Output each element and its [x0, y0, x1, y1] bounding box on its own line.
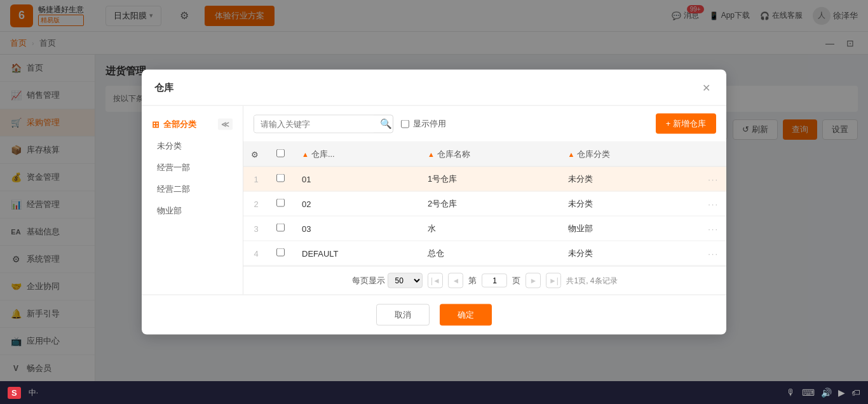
- page-input[interactable]: [482, 274, 507, 288]
- settings-col-icon: ⚙: [251, 149, 259, 159]
- mic-icon[interactable]: 🎙: [787, 387, 796, 398]
- tag-icon[interactable]: 🏷: [851, 387, 860, 398]
- keyboard-icon[interactable]: ⌨: [802, 387, 815, 398]
- modal-action-footer: 取消 确定: [142, 295, 726, 335]
- row-name-1: 1号仓库: [420, 166, 560, 191]
- sort-code-icon: ▲: [302, 151, 309, 158]
- table-row[interactable]: 1 01 1号仓库 未分类 ···: [243, 166, 726, 191]
- modal-sidebar-header[interactable]: ⊞ 全部分类 ≪: [142, 114, 243, 135]
- modal-pagination: 每页显示 50 20 100 |◄ ◄ 第 页 ► ►| 共1页, 4条记录: [243, 266, 726, 295]
- th-checkbox: [269, 142, 294, 167]
- modal-body: ⊞ 全部分类 ≪ 未分类 经营一部 经营二部 物业部 🔍 显示停用 + 新增仓库: [142, 106, 726, 295]
- row-settings-4: 4: [243, 241, 269, 266]
- cancel-btn[interactable]: 取消: [376, 304, 430, 326]
- status-logo: S: [8, 387, 21, 399]
- modal-cat-dept1[interactable]: 经营一部: [142, 157, 243, 178]
- show-disabled-label[interactable]: 显示停用: [401, 118, 446, 130]
- page-word: 第: [468, 275, 477, 286]
- row-category-3: 物业部: [560, 216, 701, 241]
- next-page-btn[interactable]: ►: [526, 273, 541, 288]
- page-size-select: 每页显示 50 20 100: [352, 273, 423, 288]
- th-name: ▲ 仓库名称: [420, 142, 560, 167]
- table-row[interactable]: 3 03 水 物业部 ···: [243, 216, 726, 241]
- th-category: ▲ 仓库分类: [560, 142, 701, 167]
- row-code-2: 02: [294, 191, 420, 216]
- th-category-label: 仓库分类: [577, 149, 610, 160]
- row-category-4: 未分类: [560, 241, 701, 266]
- grid-icon: ⊞: [152, 119, 159, 130]
- last-page-btn[interactable]: ►|: [546, 273, 561, 288]
- row-category-1: 未分类: [560, 166, 701, 191]
- add-warehouse-btn[interactable]: + 新增仓库: [656, 114, 716, 134]
- row-check-3[interactable]: [269, 216, 294, 241]
- row-check-4[interactable]: [269, 241, 294, 266]
- row-check-2[interactable]: [269, 191, 294, 216]
- sound-icon[interactable]: 🔊: [821, 387, 832, 398]
- search-input-wrap: 🔍: [254, 114, 393, 133]
- row-settings-2: 2: [243, 191, 269, 216]
- row-settings-1: 1: [243, 166, 269, 191]
- modal-header: 仓库 ✕: [142, 70, 726, 106]
- page-unit: 页: [512, 275, 520, 286]
- row-code-1: 01: [294, 166, 420, 191]
- th-name-label: 仓库名称: [437, 149, 470, 160]
- modal-table-wrap: ⚙ ▲ 仓库...: [243, 142, 726, 266]
- th-code: ▲ 仓库...: [294, 142, 420, 167]
- pagination-bar: 每页显示 50 20 100 |◄ ◄ 第 页 ► ►| 共1页, 4条记录: [254, 273, 716, 288]
- row-name-2: 2号仓库: [420, 191, 560, 216]
- per-page-dropdown[interactable]: 50 20 100: [388, 273, 423, 288]
- status-icons: 🎙 ⌨ 🔊 ▶ 🏷: [787, 387, 860, 398]
- modal-sidebar-title: 全部分类: [163, 119, 196, 130]
- table-header-row: ⚙ ▲ 仓库...: [243, 142, 726, 167]
- search-btn[interactable]: 🔍: [374, 118, 393, 130]
- modal-cat-property[interactable]: 物业部: [142, 200, 243, 222]
- modal-cat-dept2[interactable]: 经营二部: [142, 178, 243, 200]
- show-disabled-text: 显示停用: [413, 118, 446, 130]
- row-action-1[interactable]: ···: [700, 166, 726, 191]
- row-check-1[interactable]: [269, 166, 294, 191]
- warehouse-table: ⚙ ▲ 仓库...: [243, 142, 726, 266]
- modal-cat-unclassified[interactable]: 未分类: [142, 135, 243, 157]
- show-disabled-checkbox[interactable]: [401, 119, 409, 128]
- th-actions: [700, 142, 726, 167]
- row-action-3[interactable]: ···: [700, 216, 726, 241]
- row-code-3: 03: [294, 216, 420, 241]
- prev-page-btn[interactable]: ◄: [448, 273, 463, 288]
- row-action-2[interactable]: ···: [700, 191, 726, 216]
- confirm-btn[interactable]: 确定: [440, 304, 492, 326]
- row-code-4: DEFAULT: [294, 241, 420, 266]
- th-code-label: 仓库...: [311, 149, 335, 160]
- row-name-3: 水: [420, 216, 560, 241]
- select-all-checkbox[interactable]: [276, 149, 285, 158]
- modal-sidebar: ⊞ 全部分类 ≪ 未分类 经营一部 经营二部 物业部: [142, 106, 243, 295]
- status-bar: S 中· 🎙 ⌨ 🔊 ▶ 🏷: [0, 381, 868, 404]
- row-action-4[interactable]: ···: [700, 241, 726, 266]
- th-settings: ⚙: [243, 142, 269, 167]
- collapse-btn[interactable]: ≪: [218, 119, 233, 130]
- warehouse-modal: 仓库 ✕ ⊞ 全部分类 ≪ 未分类 经营一部 经营二部 物业部 🔍: [142, 70, 726, 335]
- table-row[interactable]: 4 DEFAULT 总仓 未分类 ···: [243, 241, 726, 266]
- row-settings-3: 3: [243, 216, 269, 241]
- first-page-btn[interactable]: |◄: [428, 273, 443, 288]
- per-page-label: 每页显示: [352, 275, 385, 286]
- search-input[interactable]: [254, 115, 374, 132]
- status-label: 中·: [29, 387, 38, 398]
- modal-main-content: 🔍 显示停用 + 新增仓库 ⚙: [243, 106, 726, 295]
- page-info: 共1页, 4条记录: [566, 275, 617, 286]
- modal-toolbar: 🔍 显示停用 + 新增仓库: [243, 106, 726, 142]
- modal-close-btn[interactable]: ✕: [698, 80, 714, 95]
- modal-title: 仓库: [154, 81, 173, 93]
- play-icon[interactable]: ▶: [838, 387, 845, 398]
- row-category-2: 未分类: [560, 191, 701, 216]
- sort-cat-icon: ▲: [568, 151, 575, 158]
- row-name-4: 总仓: [420, 241, 560, 266]
- sort-name-icon: ▲: [428, 151, 435, 158]
- table-row[interactable]: 2 02 2号仓库 未分类 ···: [243, 191, 726, 216]
